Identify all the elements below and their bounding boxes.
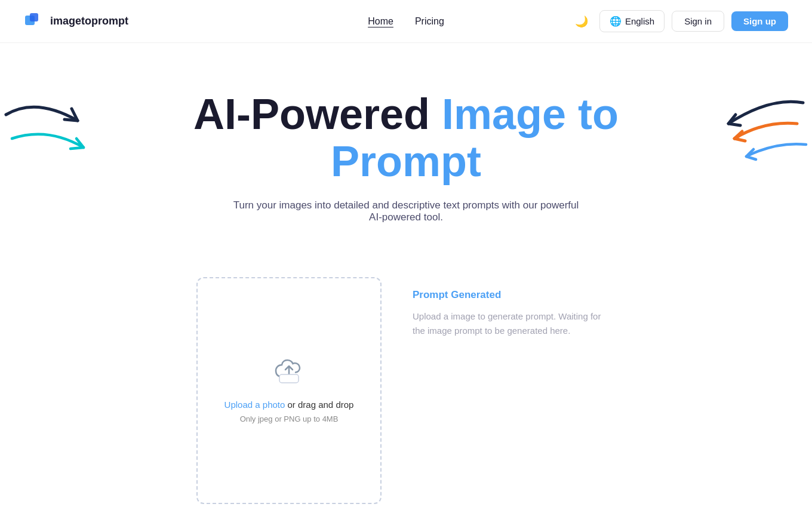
nav-link-pricing[interactable]: Pricing	[415, 16, 444, 27]
nav-links: Home Pricing	[368, 16, 444, 27]
nav-actions: 🌙 🌐 English Sign in Sign up	[571, 10, 788, 32]
language-label: English	[625, 16, 654, 26]
hero-title: AI-Powered Image toPrompt	[12, 91, 800, 185]
upload-hint: Only jpeg or PNG up to 4MB	[240, 414, 339, 423]
navbar: imagetoprompt Home Pricing 🌙 🌐 English S…	[0, 0, 812, 43]
sign-in-button[interactable]: Sign in	[672, 11, 724, 32]
sign-up-button[interactable]: Sign up	[731, 11, 788, 31]
hero-title-plain: AI-Powered	[193, 90, 442, 138]
language-button[interactable]: 🌐 English	[599, 10, 665, 32]
hero-section: AI-Powered Image toPrompt Turn your imag…	[0, 43, 812, 277]
moon-icon: 🌙	[575, 15, 588, 28]
logo-icon	[24, 11, 45, 32]
upload-cloud-icon	[273, 358, 304, 390]
upload-link[interactable]: Upload a photo	[224, 400, 285, 410]
upload-drag-text: or drag and drop	[285, 400, 353, 410]
brand-name: imagetoprompt	[50, 15, 128, 27]
svg-rect-2	[279, 374, 299, 383]
hero-subtitle: Turn your images into detailed and descr…	[227, 199, 585, 223]
svg-rect-1	[30, 13, 38, 21]
upload-dropzone[interactable]: Upload a photo or drag and drop Only jpe…	[196, 277, 382, 504]
brand-area: imagetoprompt	[24, 11, 128, 32]
prompt-result-panel: Prompt Generated Upload a image to gener…	[401, 277, 616, 350]
main-content: Upload a photo or drag and drop Only jpe…	[0, 277, 812, 513]
theme-toggle-button[interactable]: 🌙	[571, 11, 592, 32]
prompt-generated-body: Upload a image to generate prompt. Waiti…	[413, 309, 604, 338]
upload-text: Upload a photo or drag and drop	[224, 400, 354, 410]
nav-link-home[interactable]: Home	[368, 16, 393, 27]
prompt-generated-title: Prompt Generated	[413, 289, 604, 301]
globe-icon: 🌐	[610, 16, 622, 27]
